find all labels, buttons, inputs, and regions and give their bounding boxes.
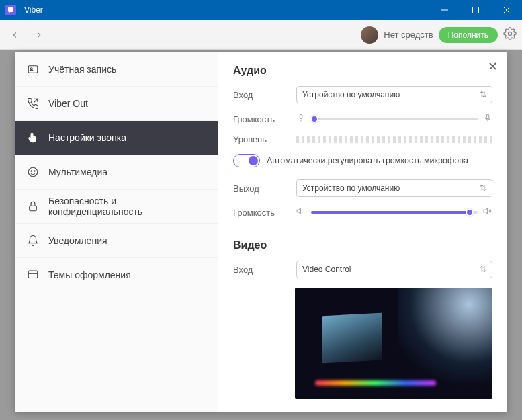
- out-volume-label: Громкость: [233, 208, 288, 218]
- sidebar-item-notifications[interactable]: Уведомления: [15, 224, 218, 258]
- lock-icon: [27, 200, 39, 212]
- sidebar-item-label: Мультимедиа: [48, 167, 107, 177]
- balance-text: Нет средств: [384, 30, 433, 40]
- svg-point-8: [28, 167, 38, 177]
- chevron-up-down-icon: ⇅: [480, 183, 486, 193]
- output-volume-slider[interactable]: [311, 211, 478, 214]
- video-input-label: Вход: [233, 265, 288, 275]
- settings-panel: Учётная запись Viber Out Настройки звонк…: [15, 52, 507, 412]
- svg-marker-19: [484, 208, 487, 214]
- video-section-title: Видео: [233, 239, 492, 251]
- mic-volume-slider[interactable]: [311, 118, 478, 120]
- auto-gain-toggle[interactable]: [233, 154, 260, 167]
- svg-marker-18: [297, 208, 300, 214]
- topup-button[interactable]: Пополнить: [439, 27, 498, 43]
- window-maximize-button[interactable]: [460, 0, 491, 20]
- select-value: Устройство по умолчанию: [302, 90, 400, 99]
- sidebar-item-label: Учётная запись: [48, 64, 116, 75]
- svg-point-10: [34, 171, 36, 172]
- level-label: Уровень: [233, 134, 288, 144]
- level-meter: [296, 136, 492, 143]
- sidebar-item-security[interactable]: Безопасность и конфиденциальность: [15, 190, 218, 224]
- window-titlebar: Viber: [0, 0, 522, 20]
- audio-section-title: Аудио: [233, 65, 492, 77]
- window-minimize-button[interactable]: [429, 0, 460, 20]
- sidebar-item-call-settings[interactable]: Настройки звонка: [15, 121, 218, 155]
- svg-point-9: [31, 171, 32, 172]
- svg-rect-11: [30, 206, 37, 211]
- audio-input-label: Вход: [233, 90, 288, 100]
- svg-rect-12: [28, 271, 38, 278]
- window-close-button[interactable]: [491, 0, 522, 20]
- settings-gear-icon[interactable]: [503, 27, 517, 43]
- nav-forward-button[interactable]: [30, 26, 48, 44]
- speaker-low-icon: [296, 206, 306, 218]
- sidebar-item-label: Темы оформления: [48, 269, 131, 280]
- svg-rect-16: [486, 114, 489, 118]
- settings-sidebar: Учётная запись Viber Out Настройки звонк…: [15, 52, 218, 412]
- id-card-icon: [27, 63, 39, 75]
- app-header: Нет средств Пополнить: [0, 20, 522, 50]
- chevron-up-down-icon: ⇅: [480, 90, 486, 99]
- theme-icon: [27, 269, 39, 281]
- audio-output-select[interactable]: Устройство по умолчанию ⇅: [296, 179, 492, 197]
- svg-rect-5: [28, 66, 38, 73]
- svg-line-7: [34, 99, 38, 102]
- settings-content: ✕ Аудио Вход Устройство по умолчанию ⇅ Г…: [218, 52, 507, 412]
- audio-output-label: Выход: [233, 183, 288, 194]
- mic-volume-label: Громкость: [233, 114, 288, 124]
- app-icon: [5, 5, 16, 15]
- nav-back-button[interactable]: [5, 26, 24, 44]
- sidebar-item-account[interactable]: Учётная запись: [15, 52, 218, 87]
- mic-high-icon: [483, 113, 492, 125]
- select-value: Video Control: [302, 265, 351, 274]
- svg-rect-1: [473, 7, 479, 13]
- sidebar-item-viber-out[interactable]: Viber Out: [15, 87, 218, 121]
- bell-icon: [27, 235, 39, 247]
- avatar[interactable]: [361, 26, 378, 44]
- sidebar-item-label: Viber Out: [48, 98, 88, 109]
- svg-point-4: [509, 32, 512, 35]
- select-value: Устройство по умолчанию: [302, 183, 400, 193]
- speaker-high-icon: [483, 206, 492, 218]
- svg-rect-14: [300, 114, 302, 118]
- svg-point-6: [30, 68, 32, 70]
- cursor-hand-icon: [27, 132, 39, 144]
- mic-low-icon: [296, 113, 306, 125]
- sidebar-item-label: Настройки звонка: [48, 132, 126, 143]
- sidebar-item-themes[interactable]: Темы оформления: [15, 258, 218, 292]
- camera-preview: [295, 288, 492, 399]
- chevron-up-down-icon: ⇅: [480, 265, 486, 274]
- close-icon[interactable]: ✕: [488, 59, 498, 74]
- media-icon: [27, 166, 39, 178]
- auto-gain-label: Автоматически регулировать громкость мик…: [267, 156, 468, 165]
- sidebar-item-label: Уведомления: [48, 235, 107, 246]
- video-input-select[interactable]: Video Control ⇅: [296, 261, 492, 278]
- audio-input-select[interactable]: Устройство по умолчанию ⇅: [296, 86, 492, 103]
- phone-out-icon: [27, 97, 39, 110]
- window-title: Viber: [21, 5, 429, 15]
- sidebar-item-multimedia[interactable]: Мультимедиа: [15, 155, 218, 190]
- sidebar-item-label: Безопасность и конфиденциальность: [48, 196, 206, 217]
